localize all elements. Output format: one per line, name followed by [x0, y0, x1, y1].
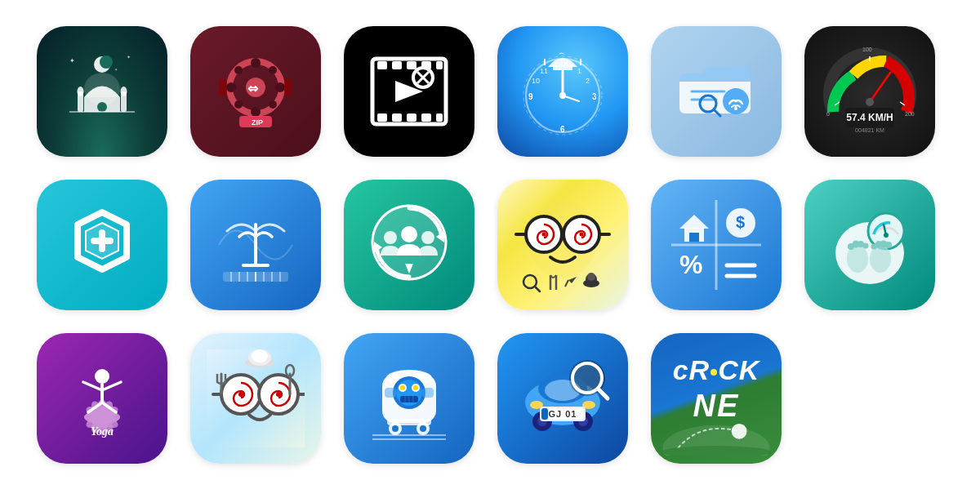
svg-rect-11 — [97, 102, 107, 112]
svg-point-138 — [885, 242, 892, 248]
svg-point-146 — [95, 369, 109, 384]
svg-point-20 — [269, 100, 277, 109]
svg-text:1: 1 — [577, 67, 581, 75]
app-icon-car-plate[interactable]: GJ 01 — [497, 333, 628, 464]
svg-rect-24 — [284, 79, 292, 96]
svg-rect-33 — [436, 61, 443, 69]
svg-text:%: % — [679, 250, 702, 279]
app-icon-prayer-times[interactable]: ✦ ✦ ✦ — [37, 26, 167, 157]
svg-line-108 — [535, 287, 540, 291]
svg-rect-31 — [407, 61, 416, 69]
svg-rect-175 — [422, 388, 434, 398]
svg-text:3: 3 — [592, 92, 597, 101]
svg-rect-38 — [436, 113, 443, 122]
app-icon-ar-plus[interactable] — [37, 180, 167, 310]
svg-rect-23 — [219, 79, 227, 96]
app-icon-prayer-clock[interactable]: 12 3 6 9 1 2 11 10 — [497, 26, 628, 157]
svg-text:9: 9 — [528, 92, 533, 101]
svg-rect-119 — [689, 233, 699, 242]
svg-rect-57 — [553, 65, 572, 70]
svg-point-71 — [866, 98, 874, 106]
svg-rect-174 — [385, 388, 396, 398]
app-icon-file-cloud[interactable] — [651, 26, 782, 157]
svg-point-168 — [400, 385, 405, 390]
svg-point-19 — [234, 66, 243, 74]
svg-text:✦: ✦ — [114, 67, 118, 72]
svg-text:6: 6 — [560, 125, 565, 134]
app-icon-speedometer[interactable]: 57.4 KM/H 004821 KM 0 100 200 — [804, 26, 935, 157]
app-icon-scale[interactable] — [804, 180, 935, 310]
svg-point-180 — [420, 425, 426, 432]
svg-text:57.4 KM/H: 57.4 KM/H — [846, 112, 893, 123]
app-icon-cricket[interactable]: cRCK NE — [651, 333, 782, 464]
svg-rect-36 — [407, 113, 416, 122]
svg-marker-117 — [679, 215, 709, 229]
svg-text:✦: ✦ — [69, 57, 75, 64]
app-icon-restaurant[interactable] — [190, 333, 321, 464]
app-icon-video-player[interactable] — [344, 26, 474, 157]
svg-point-134 — [863, 243, 869, 249]
app-icon-group-follower[interactable] — [344, 180, 474, 310]
svg-point-96 — [384, 231, 397, 244]
svg-point-18 — [275, 82, 285, 92]
svg-text:GJ 01: GJ 01 — [549, 409, 577, 419]
app-icon-glasses-search[interactable] — [497, 180, 628, 310]
svg-text:✦: ✦ — [127, 55, 131, 60]
svg-point-161 — [252, 349, 268, 362]
svg-point-95 — [401, 226, 417, 242]
svg-rect-34 — [377, 113, 387, 122]
svg-text:10: 10 — [532, 77, 540, 85]
svg-point-152 — [238, 392, 243, 397]
app-icon-yoga[interactable]: Yoga — [37, 333, 167, 464]
svg-text:2: 2 — [586, 77, 590, 85]
svg-point-56 — [559, 92, 566, 99]
svg-point-22 — [234, 100, 243, 109]
svg-line-198 — [599, 389, 608, 398]
svg-text:0: 0 — [826, 111, 830, 117]
svg-rect-195 — [541, 408, 548, 420]
svg-point-64 — [734, 107, 737, 110]
svg-point-17 — [226, 82, 236, 92]
svg-rect-30 — [392, 61, 402, 69]
svg-text:200: 200 — [905, 111, 915, 117]
app-grid: ✦ ✦ ✦ — [20, 10, 960, 488]
svg-point-153 — [276, 392, 281, 397]
svg-point-200 — [732, 424, 747, 439]
svg-text:$: $ — [736, 213, 745, 231]
svg-line-70 — [870, 73, 890, 102]
svg-rect-29 — [377, 61, 387, 69]
app-icon-video-compressor[interactable]: ⇔ ZIP — [190, 26, 321, 157]
svg-text:ZIP: ZIP — [252, 118, 263, 127]
svg-text:⇔: ⇔ — [247, 82, 259, 96]
svg-line-111 — [565, 280, 568, 287]
svg-point-114 — [587, 273, 595, 281]
svg-point-103 — [542, 233, 546, 237]
svg-point-9 — [121, 87, 127, 96]
svg-point-4 — [100, 56, 113, 69]
svg-text:Yoga: Yoga — [91, 425, 114, 438]
cricket-title: cRCK — [651, 356, 782, 384]
svg-text:100: 100 — [862, 47, 872, 52]
svg-text:004821 KM: 004821 KM — [855, 127, 884, 133]
svg-point-7 — [78, 87, 84, 96]
svg-point-128 — [884, 233, 889, 238]
app-icon-calculator[interactable]: $ % — [651, 180, 782, 310]
svg-point-16 — [251, 107, 261, 117]
svg-point-104 — [580, 233, 584, 237]
app-icon-train[interactable] — [344, 333, 474, 464]
svg-rect-35 — [392, 113, 402, 122]
svg-point-179 — [392, 425, 399, 432]
svg-text:11: 11 — [540, 67, 548, 75]
svg-point-169 — [413, 385, 418, 390]
svg-point-21 — [269, 66, 277, 74]
app-icon-radio[interactable] — [190, 180, 321, 310]
svg-point-97 — [421, 231, 434, 244]
svg-point-15 — [251, 58, 261, 68]
svg-rect-37 — [421, 113, 431, 122]
